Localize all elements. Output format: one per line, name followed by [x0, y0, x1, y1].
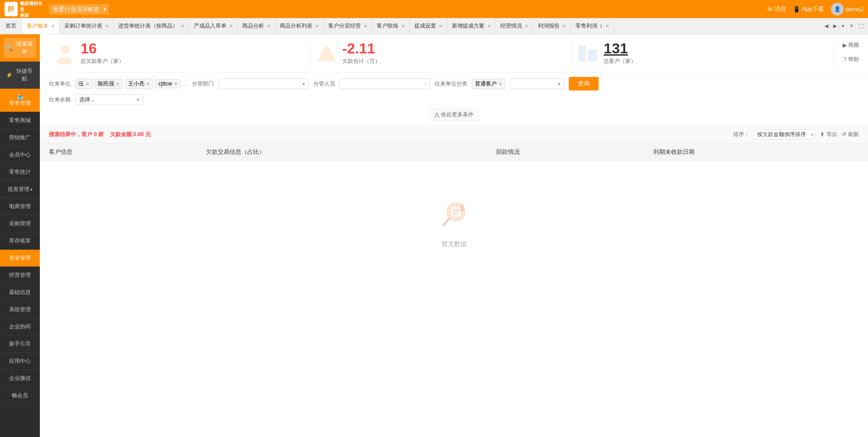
app-download-btn[interactable]: 📱 App下载 — [793, 5, 824, 13]
person-input-wrap — [340, 78, 430, 89]
tab-home[interactable]: 首页 — [0, 18, 22, 34]
tab-close-retail[interactable]: ✕ — [605, 24, 609, 28]
content-area: 16 总欠款客户（家） + -2.11 欠款合计（万） 131 总客户（家） — [40, 34, 868, 437]
tab-profit-report[interactable]: 利润报告 ✕ — [533, 18, 571, 34]
filter-area: 往来单位 伍 ✕ 陈民强 ✕ 王小亮 ✕ cjttcw — [40, 72, 868, 126]
more-tags-btn[interactable]: ... — [183, 81, 187, 87]
sidebar-item-system[interactable]: 系统管理 — [0, 301, 40, 318]
sidebar-item-retail-stats[interactable]: 零售统计 — [0, 164, 40, 181]
sidebar-item-retail-mall[interactable]: 零售商城 — [0, 112, 40, 129]
balance-select[interactable]: 选择... — [75, 94, 143, 105]
tab-goods-analysis-list[interactable]: 商品分析列表 ✕ — [275, 18, 324, 34]
tab-close-new-improve[interactable]: ✕ — [487, 24, 491, 28]
tab-improve-settings[interactable]: 提成设置 ✕ — [410, 18, 447, 34]
quick-nav-btn[interactable]: ⚡ 快捷导航 — [4, 65, 36, 85]
export-btn[interactable]: ⬆ 导出 — [820, 131, 837, 138]
sidebar-item-operations[interactable]: 经营管理 — [0, 267, 40, 284]
sidebar-item-icon: 🏪 — [2, 93, 38, 100]
sidebar-item-retail-mgmt[interactable]: 🏪 零售管理 — [0, 89, 40, 112]
svg-text:+: + — [326, 55, 328, 60]
tag-remove-wu[interactable]: ✕ — [86, 81, 89, 86]
tab-close-all[interactable]: ✕ — [848, 22, 856, 30]
tab-close-improve[interactable]: ✕ — [439, 24, 442, 28]
sidebar-item-member[interactable]: 会员中心 — [0, 147, 40, 164]
tab-close-business[interactable]: ✕ — [525, 24, 528, 28]
sidebar-quick-area: ⚡ 快捷导航 — [0, 62, 40, 89]
sidebar-item-purchase[interactable]: 采购管理 — [0, 215, 40, 233]
tab-customer-segment[interactable]: 客户分层经营 ✕ — [324, 18, 372, 34]
dept-select-wrap — [218, 78, 309, 89]
tab-close-customer-book[interactable]: ✕ — [51, 24, 55, 28]
balance-label: 往来余额 — [49, 96, 71, 104]
overdue-value: -2.11 — [342, 41, 375, 56]
unit-label: 往来单位 — [49, 80, 71, 88]
tab-instock-stats[interactable]: 进货单统计表（按商品） ✕ — [114, 18, 189, 34]
sidebar-item-enterprise-wechat[interactable]: 企业微信 — [0, 370, 40, 387]
tag-remove-wang[interactable]: ✕ — [146, 81, 150, 86]
tab-close-purchase[interactable]: ✕ — [105, 24, 109, 28]
tab-close-segment[interactable]: ✕ — [364, 24, 367, 28]
refresh-btn[interactable]: ↺ 刷新 — [842, 131, 859, 138]
sidebar-item-wholesale[interactable]: 批发管理 ▾ — [0, 181, 40, 198]
query-button[interactable]: 查询 — [569, 77, 599, 90]
tab-close-contact[interactable]: ✕ — [401, 24, 405, 28]
sidebar-item-new-guide[interactable]: 新手引导 — [0, 336, 40, 353]
tab-close-instock[interactable]: ✕ — [181, 24, 184, 28]
video-icon: ▶ — [843, 42, 847, 48]
sidebar-item-marketing[interactable]: 营销推广 — [0, 129, 40, 147]
message-btn[interactable]: ✉ 消息 — [767, 5, 786, 13]
tab-close-product[interactable]: ✕ — [229, 24, 233, 28]
top-bar: 好 畅捷通好生意 标版 母婴行业演示帐套 ✉ 消息 📱 App下载 👤 demo… — [0, 0, 868, 18]
dept-select[interactable] — [218, 78, 309, 89]
tag-remove-chen[interactable]: ✕ — [116, 81, 120, 86]
data-table: 客户信息 欠款交易信息（占比） 回款情况 到期未收款日期 — [40, 143, 868, 161]
user-profile[interactable]: 👤 demo2 — [831, 3, 863, 15]
customers-bg-icon — [53, 42, 76, 65]
unit-type-select[interactable] — [510, 78, 564, 89]
collapse-btn[interactable]: ⋀ 收起更多条件 — [430, 109, 479, 121]
tab-business-status[interactable]: 经营情况 ✕ — [496, 18, 533, 34]
sidebar-item-capital[interactable]: 资金管理 — [0, 250, 40, 267]
tag-remove-cjttcw[interactable]: ✕ — [174, 81, 177, 86]
tab-close-goods-list[interactable]: ✕ — [315, 24, 319, 28]
tab-purchase-order[interactable]: 采购订单统计表 ✕ — [60, 18, 114, 34]
svg-rect-5 — [588, 49, 597, 61]
tab-bar-right: ◀ ▶ ▾ ✕ ⛶ — [820, 18, 868, 34]
unit-tag-chen: 陈民强 ✕ — [95, 79, 123, 89]
tab-maximize[interactable]: ⛶ — [857, 23, 866, 30]
sidebar-item-app-center[interactable]: 应用中心 — [0, 353, 40, 370]
sidebar-item-basic-info[interactable]: 基础信息 — [0, 284, 40, 301]
tab-customer-book[interactable]: 客户账本 ✕ — [22, 18, 60, 34]
tenant-selector[interactable]: 母婴行业演示帐套 — [49, 4, 109, 14]
tab-new-improve[interactable]: 新增提成方案 ✕ — [447, 18, 496, 34]
tab-nav-right[interactable]: ▶ — [831, 22, 839, 30]
help-btn[interactable]: ? 帮助 — [844, 56, 859, 63]
logo-text: 畅捷通好生意 标版 — [20, 0, 44, 18]
tenant-selector-wrap[interactable]: 母婴行业演示帐套 — [49, 4, 109, 14]
filter-row-1: 往来单位 伍 ✕ 陈民强 ✕ 王小亮 ✕ cjttcw — [49, 77, 859, 90]
unit-type-tag-remove[interactable]: ✕ — [499, 81, 502, 86]
tab-goods-analysis[interactable]: 商品分析 ✕ — [238, 18, 275, 34]
tab-product-instock[interactable]: 产成品入库单 ✕ — [189, 18, 238, 34]
video-help-btn[interactable]: ▶ 视频 — [843, 41, 859, 49]
sort-select[interactable]: 按欠款金额倒序排序 — [754, 129, 815, 139]
tab-retail-profit[interactable]: 零售利润（ ✕ — [571, 18, 614, 34]
person-input[interactable] — [340, 78, 430, 89]
help-links: ▶ 视频 ? 帮助 — [834, 41, 859, 63]
tab-close-profit[interactable]: ✕ — [562, 24, 566, 28]
sidebar-item-inventory[interactable]: 库存核算 — [0, 233, 40, 250]
tab-nav-menu[interactable]: ▾ — [840, 22, 847, 30]
empty-state: 暂无数据 — [40, 161, 868, 285]
tab-nav-left[interactable]: ◀ — [823, 22, 830, 30]
results-info: 搜索结果中，客户 0 家 欠款金额 0.00 元 — [49, 131, 151, 138]
unit-type-tag: 普通客户 ✕ — [472, 79, 505, 89]
customers-label: 总欠款客户（家） — [81, 57, 124, 65]
tab-close-goods[interactable]: ✕ — [267, 24, 270, 28]
overdue-bg-icon: + — [315, 42, 338, 65]
tab-customer-contact[interactable]: 客户联络 ✕ — [372, 18, 410, 34]
search-menu-btn[interactable]: 🔍 搜索菜单 — [4, 38, 36, 58]
sidebar-item-enterprise-coop[interactable]: 企业协同 — [0, 318, 40, 336]
sidebar-item-pro-member[interactable]: 畅会员 — [0, 387, 40, 404]
unit-tag-cjttcw: cjttcw ✕ — [155, 79, 181, 88]
sidebar-item-ecommerce[interactable]: 电商管理 — [0, 198, 40, 215]
